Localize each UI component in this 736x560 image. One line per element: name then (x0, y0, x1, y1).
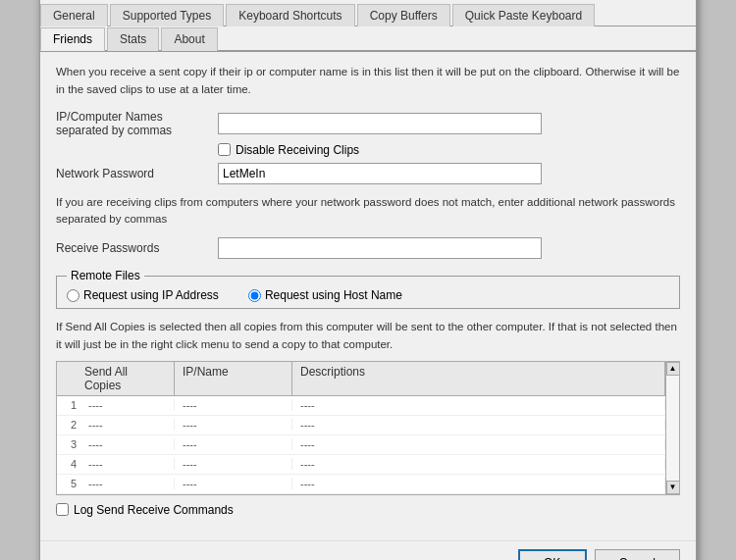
radio-host-label: Request using Host Name (265, 288, 402, 302)
td-send: ---- (80, 458, 175, 470)
td-send: ---- (80, 478, 175, 489)
radio-host[interactable] (248, 289, 261, 302)
tab-friends[interactable]: Friends (40, 27, 105, 51)
ip-input[interactable] (218, 113, 542, 134)
network-input[interactable] (218, 163, 542, 184)
table-row: 4 ---- ---- ---- (57, 455, 665, 475)
row-num: 4 (57, 458, 80, 470)
radio-host-item: Request using Host Name (248, 288, 402, 302)
tab-general[interactable]: General (40, 4, 108, 26)
tabs-row1: General Supported Types Keyboard Shortcu… (40, 0, 696, 26)
row-cells: ---- ---- ---- (80, 419, 665, 431)
td-desc: ---- (292, 458, 665, 470)
main-content: When you receive a sent copy if their ip… (40, 52, 696, 540)
scroll-down-button[interactable]: ▼ (666, 481, 680, 494)
radio-ip-label: Request using IP Address (83, 288, 219, 302)
network-label: Network Password (56, 167, 218, 180)
tab-supported-types[interactable]: Supported Types (110, 4, 225, 26)
td-ip: ---- (175, 478, 292, 489)
td-desc: ---- (292, 438, 665, 450)
tab-keyboard-shortcuts[interactable]: Keyboard Shortcuts (226, 4, 354, 26)
disable-checkbox[interactable] (218, 143, 231, 156)
send-info-text: If Send All Copies is selected then all … (56, 319, 680, 353)
log-label: Log Send Receive Commands (74, 503, 234, 517)
th-send-all: Send All Copies (57, 362, 175, 395)
remote-files-group: Remote Files Request using IP Address Re… (56, 269, 680, 309)
tab-copy-buffers[interactable]: Copy Buffers (357, 4, 450, 26)
td-desc: ---- (292, 419, 665, 431)
ip-row: IP/Computer Names separated by commas (56, 110, 680, 137)
td-send: ---- (80, 438, 175, 450)
tabs-row2: Friends Stats About (40, 26, 696, 52)
tab-about[interactable]: About (161, 27, 217, 51)
td-ip: ---- (175, 458, 292, 470)
th-ip-name: IP/Name (175, 362, 292, 395)
table-row: 1 ---- ---- ---- (57, 396, 665, 416)
tab-quick-paste[interactable]: Quick Paste Keyboard (452, 4, 595, 26)
log-row: Log Send Receive Commands (56, 503, 680, 517)
row-num: 2 (57, 419, 80, 431)
scroll-track (666, 376, 680, 481)
td-desc: ---- (292, 478, 665, 489)
radio-ip[interactable] (67, 289, 79, 302)
td-ip: ---- (175, 419, 292, 431)
log-checkbox[interactable] (56, 503, 69, 516)
radio-row: Request using IP Address Request using H… (67, 288, 669, 302)
td-send: ---- (80, 419, 175, 431)
main-info-text: When you receive a sent copy if their ip… (56, 64, 680, 98)
table-scrollbar[interactable]: ▲ ▼ (665, 362, 679, 494)
row-num: 5 (57, 478, 80, 489)
tab-stats[interactable]: Stats (107, 27, 159, 51)
network-password-row: Network Password (56, 163, 680, 184)
row-cells: ---- ---- ---- (80, 478, 665, 489)
button-bar: OK Cancel (40, 540, 696, 560)
network-info-text: If you are receiving clips from computer… (56, 194, 680, 229)
receive-passwords-row: Receive Passwords (56, 237, 680, 259)
ip-label: IP/Computer Names separated by commas (56, 110, 218, 137)
table-scroll: Send All Copies IP/Name Descriptions 1 -… (57, 362, 679, 494)
table-body: 1 ---- ---- ---- 2 ---- (57, 396, 665, 494)
td-ip: ---- (175, 399, 292, 411)
table-main: Send All Copies IP/Name Descriptions 1 -… (57, 362, 665, 494)
td-ip: ---- (175, 438, 292, 450)
cancel-button[interactable]: Cancel (595, 549, 680, 560)
options-window: W Options ✕ General Supported Types Keyb… (39, 0, 697, 560)
table-row: 3 ---- ---- ---- (57, 435, 665, 455)
row-cells: ---- ---- ---- (80, 399, 665, 411)
td-send: ---- (80, 399, 175, 411)
table-row: 5 ---- ---- ---- (57, 475, 665, 494)
remote-files-legend: Remote Files (67, 269, 144, 282)
receive-input[interactable] (218, 237, 542, 259)
send-table: Send All Copies IP/Name Descriptions 1 -… (56, 361, 680, 495)
td-desc: ---- (292, 399, 665, 411)
row-cells: ---- ---- ---- (80, 438, 665, 450)
row-num: 1 (57, 399, 80, 411)
table-row: 2 ---- ---- ---- (57, 416, 665, 435)
ok-button[interactable]: OK (518, 549, 587, 560)
receive-label: Receive Passwords (56, 241, 218, 255)
row-cells: ---- ---- ---- (80, 458, 665, 470)
scroll-up-button[interactable]: ▲ (666, 362, 680, 376)
disable-checkbox-row: Disable Receiving Clips (218, 143, 680, 157)
disable-label: Disable Receiving Clips (236, 143, 359, 157)
table-header: Send All Copies IP/Name Descriptions (57, 362, 665, 396)
row-num: 3 (57, 438, 80, 450)
radio-ip-item: Request using IP Address (67, 288, 219, 302)
th-descriptions: Descriptions (292, 362, 665, 395)
